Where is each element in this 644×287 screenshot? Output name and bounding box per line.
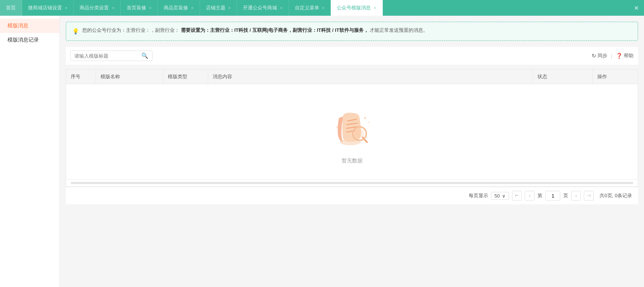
sidebar-item-template-msg-log-label: 模版消息记录 bbox=[7, 37, 39, 43]
prev-page-icon: ‹ bbox=[529, 193, 530, 198]
tab-category[interactable]: 商品分类设置 × bbox=[74, 0, 120, 16]
content-area: 💡 您的公众号行业为：主营行业：，副营行业： 需要设置为：主营行业：IT科技 /… bbox=[60, 16, 644, 287]
horizontal-scrollbar[interactable] bbox=[71, 182, 633, 184]
last-page-icon: ⊣ bbox=[587, 193, 591, 198]
page-size-value: 50 bbox=[494, 193, 500, 199]
svg-point-8 bbox=[364, 117, 366, 119]
close-tab-template-msg[interactable]: × bbox=[374, 6, 376, 10]
close-tab-category[interactable]: × bbox=[112, 6, 114, 10]
pagination: 每页显示 50 ∨ ⊢ ‹ 第 页 › ⊣ 共0页, 0条记录 bbox=[66, 187, 638, 204]
help-label: 帮助 bbox=[624, 52, 634, 59]
di-word: 第 bbox=[537, 192, 542, 199]
col-header-index: 序号 bbox=[66, 70, 96, 84]
tab-home-decor-label: 首页装修 bbox=[127, 4, 146, 11]
tab-wechat-shop[interactable]: 微商城店铺设置 × bbox=[22, 0, 74, 16]
close-tab-home-decor[interactable]: × bbox=[149, 6, 151, 10]
col-header-type: 模版类型 bbox=[163, 70, 208, 84]
search-icon[interactable]: 🔍 bbox=[141, 52, 148, 59]
col-header-content: 消息内容 bbox=[208, 70, 533, 84]
close-tab-wechat-shop[interactable]: × bbox=[65, 6, 67, 10]
tab-open-mall-label: 开通公众号商城 bbox=[243, 4, 277, 11]
data-table: 序号 模版名称 模版类型 消息内容 状态 操作 bbox=[66, 69, 638, 187]
notice-suffix: 才能正常发送预置的消息。 bbox=[370, 27, 428, 33]
svg-point-10 bbox=[336, 126, 338, 128]
table-header: 序号 模版名称 模版类型 消息内容 状态 操作 bbox=[66, 70, 638, 84]
tab-home[interactable]: 首页 bbox=[0, 0, 22, 16]
main-layout: 模版消息 模版消息记录 💡 您的公众号行业为：主营行业：，副营行业： 需要设置为… bbox=[0, 16, 644, 287]
sync-label: 同步 bbox=[598, 52, 607, 59]
tab-template-msg-label: 公众号模版消息 bbox=[337, 4, 371, 11]
toolbar-right: ↻ 同步 | ❓ 帮助 bbox=[592, 52, 634, 59]
col-header-status: 状态 bbox=[533, 70, 593, 84]
next-page-button[interactable]: › bbox=[571, 191, 581, 201]
toolbar: 🔍 ↻ 同步 | ❓ 帮助 bbox=[66, 47, 638, 65]
top-navigation: 首页 微商城店铺设置 × 商品分类设置 × 首页装修 × 商品页装修 × 店铺主… bbox=[0, 0, 644, 16]
tab-wechat-shop-label: 微商城店铺设置 bbox=[28, 4, 62, 11]
tab-shop-theme[interactable]: 店铺主题 × bbox=[200, 0, 237, 16]
sidebar: 模版消息 模版消息记录 bbox=[0, 16, 60, 287]
close-tab-shop-theme[interactable]: × bbox=[228, 6, 231, 10]
scrollbar-area[interactable] bbox=[66, 179, 638, 186]
sidebar-item-template-msg-log[interactable]: 模版消息记录 bbox=[0, 33, 59, 47]
sidebar-item-template-msg-label: 模版消息 bbox=[7, 22, 28, 28]
close-tab-open-mall[interactable]: × bbox=[280, 6, 282, 10]
page-number-input[interactable] bbox=[545, 191, 560, 201]
tab-product-decor[interactable]: 商品页装修 × bbox=[158, 0, 200, 16]
tab-custom-menu[interactable]: 自定义菜单 × bbox=[289, 0, 331, 16]
close-tab-custom-menu[interactable]: × bbox=[322, 6, 324, 10]
tab-home-label: 首页 bbox=[6, 4, 16, 11]
page-word: 页 bbox=[563, 192, 568, 199]
search-wrap[interactable]: 🔍 bbox=[70, 51, 152, 61]
tab-open-mall[interactable]: 开通公众号商城 × bbox=[237, 0, 289, 16]
sync-button[interactable]: ↻ 同步 bbox=[592, 52, 607, 59]
first-page-button[interactable]: ⊢ bbox=[512, 191, 522, 201]
total-info: 共0页, 0条记录 bbox=[600, 192, 632, 199]
toolbar-divider: | bbox=[611, 53, 612, 59]
col-header-name: 模版名称 bbox=[96, 70, 163, 84]
page-size-label: 每页显示 bbox=[469, 192, 488, 199]
empty-text: 暂无数据 bbox=[342, 158, 363, 164]
empty-state: 暂无数据 bbox=[66, 84, 638, 179]
tab-shop-theme-label: 店铺主题 bbox=[206, 4, 225, 11]
tab-category-label: 商品分类设置 bbox=[80, 4, 109, 11]
col-header-action: 操作 bbox=[593, 70, 638, 84]
prev-page-button[interactable]: ‹ bbox=[525, 191, 534, 201]
sidebar-item-template-msg[interactable]: 模版消息 bbox=[0, 19, 59, 33]
notice-icon: 💡 bbox=[72, 27, 79, 36]
tab-product-decor-label: 商品页装修 bbox=[164, 4, 188, 11]
close-tab-product-decor[interactable]: × bbox=[191, 6, 193, 10]
tab-template-msg[interactable]: 公众号模版消息 × bbox=[331, 0, 382, 16]
notice-highlight: 需要设置为：主营行业：IT科技 / 互联网|电子商务，副营行业：IT科技 / I… bbox=[181, 27, 369, 33]
tab-home-decor[interactable]: 首页装修 × bbox=[121, 0, 158, 16]
page-size-dropdown-icon: ∨ bbox=[502, 193, 506, 199]
next-page-icon: › bbox=[575, 193, 577, 198]
notice-box: 💡 您的公众号行业为：主营行业：，副营行业： 需要设置为：主营行业：IT科技 /… bbox=[66, 22, 638, 41]
notice-text: 您的公众号行业为：主营行业：，副营行业： 需要设置为：主营行业：IT科技 / 互… bbox=[82, 27, 428, 34]
empty-illustration bbox=[330, 107, 375, 152]
page-size-select[interactable]: 50 ∨ bbox=[491, 192, 509, 200]
sync-icon: ↻ bbox=[592, 53, 596, 59]
svg-point-7 bbox=[355, 129, 364, 138]
last-page-button[interactable]: ⊣ bbox=[584, 191, 594, 201]
first-page-icon: ⊢ bbox=[515, 193, 519, 198]
help-icon: ❓ bbox=[616, 53, 622, 59]
search-input[interactable] bbox=[74, 53, 141, 59]
notice-prefix: 您的公众号行业为：主营行业：，副营行业： bbox=[82, 27, 179, 33]
close-all-tabs-button[interactable]: ✕ bbox=[629, 4, 644, 12]
help-button[interactable]: ❓ 帮助 bbox=[616, 52, 634, 59]
svg-point-9 bbox=[368, 122, 370, 123]
tab-custom-menu-label: 自定义菜单 bbox=[295, 4, 319, 11]
